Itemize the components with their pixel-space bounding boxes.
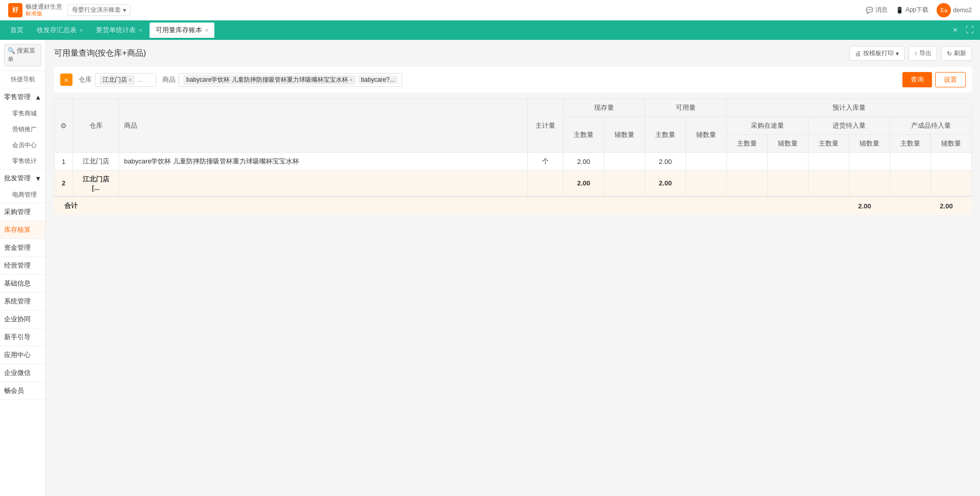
tab-home[interactable]: 首页 xyxy=(4,22,30,38)
filter-toggle-button[interactable]: » xyxy=(60,74,72,86)
row-stock-main-1: 2.00 xyxy=(564,153,604,171)
settings-button[interactable]: 设置 xyxy=(935,72,966,87)
app-download-button[interactable]: 📱 App下载 xyxy=(896,6,928,14)
sidebar-group-enterprise-header[interactable]: 企业协同 xyxy=(0,311,45,328)
sidebar-group-purchase-header[interactable]: 采购管理 xyxy=(0,203,45,221)
tab-close-order-stats[interactable]: × xyxy=(139,27,142,33)
chevron-up-icon: ▲ xyxy=(35,93,41,101)
tab-bar-right: × ⛶ xyxy=(951,25,976,36)
message-button[interactable]: 💬 消息 xyxy=(866,6,888,14)
col-avail-aux-header: 辅数量 xyxy=(686,117,727,153)
warehouse-tag-close[interactable]: × xyxy=(129,77,132,83)
sidebar-group-newbie-header[interactable]: 新手引导 xyxy=(0,328,45,346)
col-available-group-header: 可用量 xyxy=(645,99,727,117)
print-button[interactable]: 🖨 按模板打印 ▾ xyxy=(849,46,904,61)
subtotal-incoming-main xyxy=(808,171,849,196)
table-footer: 合计 2.00 2.00 xyxy=(54,196,972,215)
col-produced-aux-header: 辅数量 xyxy=(931,135,972,153)
product-tag2: babycare?... xyxy=(358,76,398,84)
row-incoming-main-1 xyxy=(808,153,849,171)
chevron-down-icon: ▾ xyxy=(123,7,126,14)
quick-nav-button[interactable]: 快捷导航 xyxy=(0,71,45,88)
subtotal-produced-aux xyxy=(931,171,972,196)
search-icon: 🔍 xyxy=(8,47,15,54)
sidebar-group-app-center-header[interactable]: 应用中心 xyxy=(0,346,45,364)
footer-spacer xyxy=(620,202,844,210)
col-incoming-main-header: 主数量 xyxy=(808,135,849,153)
filter-more-icon[interactable]: ... xyxy=(137,76,142,83)
sidebar-item-ecommerce[interactable]: 电商管理 xyxy=(0,187,45,203)
sidebar-item-retail-mall[interactable]: 零售商城 xyxy=(0,106,45,122)
subtotal-produced-main xyxy=(890,171,931,196)
warehouse-tag: 江北门店 × xyxy=(100,75,135,85)
row-purchase-main-1 xyxy=(727,153,768,171)
search-menu-button[interactable]: 🔍 搜索菜单 xyxy=(4,44,41,66)
product-filter-input[interactable]: babycare学饮杯 儿童防摔防撞吸管杯重力球吸嘴杯宝宝水杯 × babyca… xyxy=(179,73,402,87)
query-button[interactable]: 查询 xyxy=(902,72,932,87)
subtotal-avail-main: 2.00 xyxy=(645,171,686,196)
row-num-1: 1 xyxy=(55,153,73,171)
sidebar-group-retail: 零售管理 ▲ 零售商城 营销推广 会员中心 零售统计 xyxy=(0,88,45,170)
chevron-down-icon: ▾ xyxy=(896,50,899,57)
sidebar-group-inventory-header[interactable]: 库存核算 xyxy=(0,221,45,239)
sidebar-group-app-center: 应用中心 xyxy=(0,346,45,364)
tab-available-stock[interactable]: 可用量库存账本 × xyxy=(150,22,214,38)
subtotal-product xyxy=(119,171,528,196)
sidebar-group-finance: 资金管理 xyxy=(0,239,45,257)
col-stock-group-header: 现存量 xyxy=(564,99,645,117)
export-icon: ↑ xyxy=(914,50,917,57)
subtotal-purchase-main xyxy=(727,171,768,196)
row-produced-main-1 xyxy=(890,153,931,171)
col-incoming-aux-header: 辅数量 xyxy=(849,135,890,153)
settings-icon[interactable]: ⚙ xyxy=(60,122,67,130)
sidebar-group-wholesale-header[interactable]: 批发管理 ▼ xyxy=(0,170,45,187)
sidebar-group-retail-header[interactable]: 零售管理 ▲ xyxy=(0,88,45,106)
tab-close-receivable[interactable]: × xyxy=(80,27,83,33)
tab-receivable[interactable]: 收发存汇总表 × xyxy=(31,22,89,38)
page-actions: 🖨 按模板打印 ▾ ↑ 导出 ↻ 刷新 xyxy=(849,46,972,61)
subtotal-warehouse: 江北门店 [... xyxy=(73,171,119,196)
logo-area: 好 畅捷通好生意 标准版 xyxy=(8,3,62,17)
row-purchase-aux-1 xyxy=(768,153,808,171)
col-production-pending-header: 产成品待入量 xyxy=(890,117,972,135)
tab-fullscreen-button[interactable]: ⛶ xyxy=(964,25,976,36)
footer-stock-aux xyxy=(885,202,926,210)
col-planned-group-header: 预计入库量 xyxy=(727,99,972,117)
sidebar-group-basic: 基础信息 xyxy=(0,275,45,293)
subtotal-stock-main: 2.00 xyxy=(564,171,604,196)
sidebar-item-marketing[interactable]: 营销推广 xyxy=(0,122,45,137)
sidebar-group-system-header[interactable]: 系统管理 xyxy=(0,293,45,310)
industry-selector[interactable]: 母婴行业演示账套 ▾ xyxy=(67,4,131,16)
filter-product: 商品 babycare学饮杯 儿童防摔防撞吸管杯重力球吸嘴杯宝宝水杯 × bab… xyxy=(162,73,402,87)
tab-order-stats[interactable]: 要货单统计表 × xyxy=(90,22,148,38)
top-bar: 好 畅捷通好生意 标准版 母婴行业演示账套 ▾ 💬 消息 📱 App下载 Ea … xyxy=(0,0,980,20)
export-button[interactable]: ↑ 导出 xyxy=(909,46,937,61)
tab-close-all-button[interactable]: × xyxy=(951,25,960,36)
logo-icon: 好 xyxy=(8,3,22,17)
subtotal-incoming-aux xyxy=(849,171,890,196)
subtotal-stock-aux xyxy=(604,171,645,196)
content-area: 可用量查询(按仓库+商品) 🖨 按模板打印 ▾ ↑ 导出 ↻ 刷新 xyxy=(46,40,980,496)
subtotal-avail-aux xyxy=(686,171,727,196)
table-row: 1 江北门店 babycare学饮杯 儿童防摔防撞吸管杯重力球吸嘴杯宝宝水杯 个… xyxy=(55,153,972,171)
logo-text: 畅捷通好生意 标准版 xyxy=(26,3,62,17)
row-stock-aux-1 xyxy=(604,153,645,171)
sidebar-item-member-center[interactable]: 会员中心 xyxy=(0,137,45,153)
sidebar-group-wechat: 企业微信 xyxy=(0,364,45,382)
sidebar-group-finance-header[interactable]: 资金管理 xyxy=(0,239,45,256)
sidebar-group-wechat-header[interactable]: 企业微信 xyxy=(0,364,45,382)
refresh-button[interactable]: ↻ 刷新 xyxy=(941,46,972,61)
tab-close-available-stock[interactable]: × xyxy=(205,27,208,33)
sidebar-group-operations-header[interactable]: 经营管理 xyxy=(0,257,45,274)
sidebar-item-retail-stats[interactable]: 零售统计 xyxy=(0,153,45,169)
footer-label: 合计 xyxy=(59,201,78,210)
scroll-area[interactable]: ⚙ 仓库 商品 主计量 现存量 可用量 预计入库量 主数量 xyxy=(54,99,972,196)
product-tag1: babycare学饮杯 儿童防摔防撞吸管杯重力球吸嘴杯宝宝水杯 × xyxy=(183,75,356,85)
warehouse-filter-input[interactable]: 江北门店 × ... xyxy=(95,73,156,87)
top-bar-left: 好 畅捷通好生意 标准版 母婴行业演示账套 ▾ xyxy=(8,3,131,17)
sidebar-group-member-header[interactable]: 畅会员 xyxy=(0,382,45,399)
product-tag1-close[interactable]: × xyxy=(350,77,353,83)
col-settings[interactable]: ⚙ xyxy=(55,99,73,153)
sidebar-group-basic-header[interactable]: 基础信息 xyxy=(0,275,45,292)
user-menu[interactable]: Ea demo2 xyxy=(937,3,972,17)
